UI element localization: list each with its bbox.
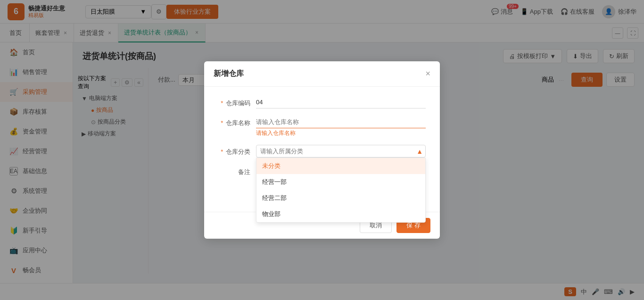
category-option-0[interactable]: 未分类 (256, 158, 425, 174)
new-warehouse-modal: 新增仓库 × * 仓库编码 * 仓库名称 (204, 61, 440, 239)
warehouse-code-input[interactable] (256, 96, 426, 108)
category-dropdown-list: 未分类 经营一部 经营二部 物业部 (256, 158, 426, 223)
warehouse-name-label: * 仓库名称 (218, 116, 256, 127)
modal-body: * 仓库编码 * 仓库名称 请输入仓库名称 (204, 87, 440, 212)
category-option-3[interactable]: 物业部 (256, 206, 425, 222)
category-option-2[interactable]: 经营二部 (256, 190, 425, 206)
warehouse-code-control (256, 96, 426, 108)
category-dropdown: ▲ 未分类 经营一部 经营二部 物业部 (256, 145, 426, 158)
modal-overlay[interactable]: 新增仓库 × * 仓库编码 * 仓库名称 (0, 0, 644, 300)
warehouse-name-input[interactable] (256, 116, 426, 128)
modal-close-button[interactable]: × (425, 69, 430, 79)
warehouse-name-row: * 仓库名称 请输入仓库名称 (218, 116, 426, 137)
warehouse-name-error: 请输入仓库名称 (256, 129, 426, 137)
category-option-1[interactable]: 经营一部 (256, 174, 425, 190)
warehouse-category-control: ▲ 未分类 经营一部 经营二部 物业部 (256, 145, 426, 158)
chevron-up-icon: ▲ (416, 148, 423, 155)
warehouse-category-row: * 仓库分类 ▲ 未分类 经营一部 经营二部 物业部 (218, 145, 426, 158)
warehouse-name-control: 请输入仓库名称 (256, 116, 426, 137)
warehouse-code-label: * 仓库编码 (218, 96, 256, 108)
modal-header: 新增仓库 × (204, 61, 440, 87)
warehouse-code-row: * 仓库编码 (218, 96, 426, 108)
warehouse-category-label: * 仓库分类 (218, 145, 256, 156)
note-label: 备注 (218, 165, 256, 176)
modal-title: 新增仓库 (214, 69, 244, 79)
category-input[interactable] (256, 145, 426, 158)
